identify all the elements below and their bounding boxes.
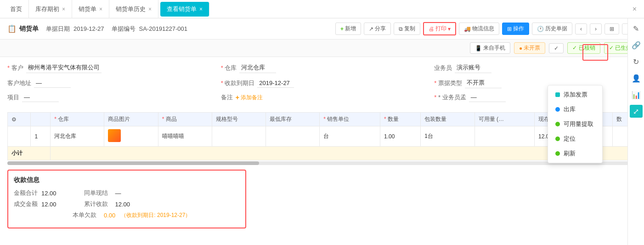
row-min-stock: [266, 126, 320, 147]
confirm-button[interactable]: ✓: [549, 43, 564, 53]
doc-number-field: 单据编号 SA-20191227-001: [112, 25, 188, 33]
new-button[interactable]: + 新增: [335, 23, 361, 35]
note-field: 备注 + 添加备注: [221, 93, 424, 102]
date-label: 单据日期: [46, 25, 70, 33]
project-value: —: [22, 93, 59, 102]
warehouse-field: 仓库 河北仓库: [221, 63, 424, 73]
outbound-icon: [555, 107, 560, 112]
add-invoice-icon: [555, 92, 560, 97]
sidebar-edit-btn[interactable]: ✎: [630, 22, 643, 35]
outbound-item[interactable]: 出库: [548, 102, 602, 117]
row-warehouse: 河北仓库: [51, 126, 104, 147]
prev-button[interactable]: ‹: [575, 23, 587, 34]
add-invoice-item[interactable]: 添加发票: [548, 87, 602, 102]
row-pack-qty: 1台: [421, 126, 475, 147]
customer-label: 客户: [7, 64, 23, 72]
col-quantity: 数量: [380, 113, 420, 126]
qty-extract-item[interactable]: 可用量提取: [548, 117, 602, 131]
cancelled-badge: ✓ 已核销: [567, 42, 600, 54]
deal-label: 成交金额: [14, 200, 38, 208]
scrollbar-thumb: [7, 161, 259, 165]
due-value: 0.00: [104, 212, 115, 219]
total-amount-field: 金额合计 12.00: [14, 189, 56, 197]
horizontal-scrollbar[interactable]: [7, 161, 637, 165]
refresh-icon: [555, 151, 560, 156]
payment-title: 收款信息: [14, 176, 240, 184]
print-icon: 🖨: [429, 26, 434, 32]
tab-sales-history[interactable]: 销货单历史 ×: [109, 0, 158, 18]
history-icon: 🕐: [537, 26, 544, 32]
copy-button[interactable]: ⧉ 复制: [394, 23, 420, 35]
doc-date-field: 单据日期 2019-12-27: [46, 25, 104, 33]
same-order-value: —: [115, 190, 121, 197]
project-label: 项目: [7, 93, 19, 102]
logistics-button[interactable]: 🚚 物流信息: [459, 23, 499, 35]
tab-home[interactable]: 首页: [4, 0, 29, 18]
table-row: 1 河北仓库 嘻嘻嘻嘻 台 1.00 1台 12.00 0.: [8, 126, 637, 147]
mobile-icon: 📱: [475, 45, 482, 51]
sidebar-user-btn[interactable]: 👤: [630, 72, 643, 85]
subtotal-row: 小计: [8, 147, 637, 160]
payment-date-field: 收款到期日 2019-12-27: [221, 79, 424, 88]
sidebar-data-btn[interactable]: 📊: [630, 88, 643, 101]
col-warehouse: 仓库: [51, 113, 104, 126]
staff-value: 演示账号: [455, 63, 491, 73]
check-icon: ✓: [554, 45, 559, 51]
payment-row-1: 金额合计 12.00 同单现结 —: [14, 189, 240, 197]
add-note-button[interactable]: + 添加备注: [236, 94, 263, 102]
share-button[interactable]: ↗ 分享: [364, 23, 391, 35]
customer-value: 柳州粤港平安气体有限公司: [26, 63, 102, 73]
row-available: [475, 126, 534, 147]
items-table: ⚙ 仓库 商品图片 商品 规格型号 最低库存 销售单位 数量 包装数量 可用量 …: [7, 112, 637, 160]
tab-view-sales[interactable]: 查看销货单 ×: [160, 2, 209, 17]
tab-bar: 首页 库存期初 × 销货单 × 销货单历史 × 查看销货单 × ×: [0, 0, 644, 18]
locate-icon: [555, 137, 560, 141]
date-value: 2019-12-27: [73, 25, 104, 32]
address-field: 客户地址 —: [7, 79, 210, 88]
window-close-button[interactable]: ×: [629, 5, 640, 13]
sidebar-refresh-btn[interactable]: ↻: [630, 55, 643, 68]
tab-inventory-init[interactable]: 库存期初 ×: [29, 0, 72, 18]
tab-sales-order[interactable]: 销货单 ×: [72, 0, 109, 18]
ticket-field: 票据类型 不开票: [434, 78, 637, 88]
col-settings[interactable]: ⚙: [8, 113, 31, 126]
cumulative-label: 累计收款: [84, 200, 108, 208]
tab-inventory-init-close[interactable]: ×: [62, 6, 65, 12]
warehouse-label: 仓库: [221, 64, 237, 72]
sidebar-expand-btn[interactable]: ⤢: [630, 105, 643, 118]
row-product: 嘻嘻嘻嘻: [158, 126, 212, 147]
main-content: 📋 销货单 单据日期 2019-12-27 单据编号 SA-20191227-0…: [0, 18, 644, 245]
sales-order-icon: 📋: [7, 24, 17, 33]
qty-extract-icon: [555, 122, 560, 126]
tab-sales-order-close[interactable]: ×: [99, 6, 102, 12]
address-value: —: [34, 79, 71, 88]
sidebar-refresh-icon: ↻: [633, 57, 639, 66]
project-field: 项目 —: [7, 93, 210, 102]
print-button[interactable]: 🖨 打印 ▾: [423, 22, 456, 35]
next-button[interactable]: ›: [590, 23, 602, 34]
locate-item[interactable]: 定位: [548, 131, 602, 146]
right-sidebar: ✎ 🔗 ↻ 👤 📊 ⤢: [627, 18, 644, 245]
doc-header: 📋 销货单 单据日期 2019-12-27 单据编号 SA-20191227-0…: [0, 18, 644, 40]
check-green-icon: ✓: [572, 45, 577, 51]
warehouse-value: 河北仓库: [239, 63, 276, 73]
cumulative-value: 12.00: [115, 201, 130, 208]
share-icon: ↗: [369, 26, 373, 32]
mobile-button[interactable]: 📱 来自手机: [470, 42, 510, 54]
settings-icon: ⚙: [11, 116, 17, 123]
grid1-button[interactable]: ⊞: [604, 23, 619, 34]
product-image: [108, 129, 121, 142]
refresh-item[interactable]: 刷新: [548, 146, 602, 161]
not-open-button[interactable]: ● 未开票: [514, 42, 545, 54]
total-label: 金额合计: [14, 189, 38, 197]
col-product: 商品: [158, 113, 212, 126]
history-button[interactable]: 🕐 历史单据: [532, 23, 572, 35]
tab-view-sales-close[interactable]: ×: [199, 6, 203, 12]
staff2-label: * 业务员孟: [434, 93, 466, 102]
edit-icon: ✎: [633, 24, 639, 33]
sidebar-link-btn[interactable]: 🔗: [630, 39, 643, 51]
operations-button[interactable]: ⊞ 操作: [502, 23, 529, 35]
same-order-label: 同单现结: [84, 189, 108, 197]
number-value: SA-20191227-001: [139, 25, 188, 32]
tab-sales-history-close[interactable]: ×: [148, 6, 152, 12]
